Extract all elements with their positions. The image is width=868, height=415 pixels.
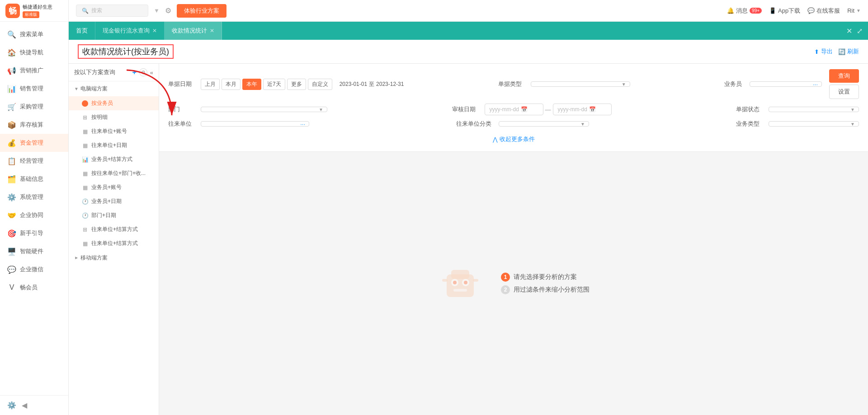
dept-label: 部门 bbox=[168, 105, 193, 113]
refresh-btn[interactable]: 🔄 刷新 bbox=[838, 47, 859, 56]
salesman-input[interactable]: ··· bbox=[750, 81, 822, 87]
collapse-more-btn[interactable]: ⋀ 收起更多条件 bbox=[168, 132, 859, 146]
enterprise-icon: 🤝 bbox=[7, 211, 16, 220]
tab-home[interactable]: 首页 bbox=[69, 22, 95, 40]
window-close-btn[interactable]: ✕ bbox=[846, 27, 852, 35]
inventory-icon: 📦 bbox=[7, 120, 16, 129]
date-btn-more[interactable]: 更多 bbox=[287, 79, 306, 90]
scheme-item-label: 按明细 bbox=[91, 113, 108, 121]
online-support[interactable]: 💬 在线客服 bbox=[807, 7, 840, 15]
counterpart-label: 往来单位 bbox=[168, 120, 193, 128]
export-btn[interactable]: ⬆ 导出 bbox=[814, 47, 833, 56]
scheme-item-salesman-settle[interactable]: 📊 业务员+结算方式 bbox=[69, 152, 159, 166]
search-icon: 🔍 bbox=[82, 8, 89, 14]
topbar-search[interactable]: 🔍 搜索 bbox=[76, 5, 148, 17]
sidebar-item-guide[interactable]: 🎯 新手引导 bbox=[0, 224, 68, 242]
sidebar-item-smart-hw[interactable]: 🖥️ 智能硬件 bbox=[0, 242, 68, 260]
basic-info-icon: 🗂️ bbox=[7, 174, 16, 184]
scheme-item-by-salesman[interactable]: 按业务员 bbox=[69, 96, 159, 110]
footer-settings-icon[interactable]: ⚙️ bbox=[7, 401, 16, 410]
topbar-actions: 🔔 消息 99+ 📱 App下载 💬 在线客服 Rit ▼ bbox=[727, 7, 861, 15]
sidebar-item-basic-info[interactable]: 🗂️ 基础信息 bbox=[0, 170, 68, 188]
date-btn-last-month[interactable]: 上月 bbox=[201, 79, 220, 90]
sidebar-item-finance[interactable]: 💰 资金管理 bbox=[0, 134, 68, 152]
scheme-settings-icon[interactable]: ⚙ bbox=[139, 68, 147, 76]
audit-date-to[interactable]: yyyy-mm-dd 📅 bbox=[553, 104, 612, 115]
content-body: 按以下方案查询 + ⚙ « ▼ 电脑端方案 按业务员 bbox=[69, 64, 868, 415]
audit-date-from[interactable]: yyyy-mm-dd 📅 bbox=[485, 104, 543, 115]
scheme-item-by-detail[interactable]: ⊞ 按明细 bbox=[69, 110, 159, 124]
sidebar-item-marketing[interactable]: 📢 营销推广 bbox=[0, 61, 68, 80]
sidebar-item-operations[interactable]: 📋 经营管理 bbox=[0, 152, 68, 170]
scheme-item-label: 按往来单位+部门+收... bbox=[91, 170, 146, 177]
tab-bank-flow[interactable]: 现金银行流水查询 ✕ bbox=[95, 22, 165, 40]
sidebar-item-label: 资金管理 bbox=[20, 139, 43, 147]
date-btn-last-7days[interactable]: 近7天 bbox=[263, 79, 285, 90]
tab-collection-stats-close[interactable]: ✕ bbox=[210, 28, 214, 34]
doc-type-label: 单据类型 bbox=[498, 80, 524, 88]
scheme-item-dept-date[interactable]: 🕐 部门+日期 bbox=[69, 208, 159, 222]
sidebar-item-inventory[interactable]: 📦 库存核算 bbox=[0, 116, 68, 134]
date-btn-this-year[interactable]: 本年 bbox=[242, 79, 261, 90]
scheme-item-unit-settle1[interactable]: ⊞ 往来单位+结算方式 bbox=[69, 222, 159, 236]
scheme-item-unit-date[interactable]: ▦ 往来单位+日期 bbox=[69, 138, 159, 152]
svg-rect-8 bbox=[473, 279, 478, 282]
sidebar-item-label: 企业微信 bbox=[20, 265, 43, 274]
footer-collapse-icon[interactable]: ◀ bbox=[22, 401, 27, 410]
sidebar-item-label: 快捷导航 bbox=[20, 48, 43, 57]
sidebar-item-system[interactable]: ⚙️ 系统管理 bbox=[0, 188, 68, 206]
tip-text-2: 用过滤条件来缩小分析范围 bbox=[514, 286, 590, 294]
query-button[interactable]: 查询 bbox=[829, 69, 859, 83]
scheme-item-salesman-account[interactable]: ▦ 业务员+账号 bbox=[69, 180, 159, 194]
desktop-scheme-group-header[interactable]: ▼ 电脑端方案 bbox=[69, 81, 159, 96]
sidebar-item-wechat[interactable]: 💬 企业微信 bbox=[0, 260, 68, 278]
notifications[interactable]: 🔔 消息 99+ bbox=[727, 7, 762, 15]
scheme-item-unit-settle2[interactable]: ▦ 往来单位+结算方式 bbox=[69, 236, 159, 250]
tab-bank-flow-close[interactable]: ✕ bbox=[152, 28, 157, 34]
topbar-gear-icon[interactable]: ⚙ bbox=[165, 6, 171, 15]
scheme-item-unit-dept[interactable]: ▦ 按往来单位+部门+收... bbox=[69, 166, 159, 180]
window-maximize-btn[interactable]: ⤢ bbox=[857, 27, 863, 35]
sidebar-item-label: 销售管理 bbox=[20, 85, 43, 93]
date-btn-custom[interactable]: 自定义 bbox=[308, 79, 332, 90]
dept-select[interactable]: ▼ bbox=[201, 107, 327, 112]
calendar-icon: 📅 bbox=[521, 106, 528, 113]
scheme-item-unit-account[interactable]: ▦ 往来单位+账号 bbox=[69, 124, 159, 138]
app-download-label: App下载 bbox=[778, 7, 800, 15]
finance-icon: 💰 bbox=[7, 138, 16, 147]
sidebar-item-label: 企业协同 bbox=[20, 211, 43, 219]
scheme-item-label: 往来单位+结算方式 bbox=[91, 240, 138, 247]
salesman-more-icon[interactable]: ··· bbox=[813, 81, 818, 88]
user-account[interactable]: Rit ▼ bbox=[847, 7, 861, 14]
date-btn-this-month[interactable]: 本月 bbox=[222, 79, 241, 90]
trial-btn[interactable]: 体验行业方案 bbox=[177, 4, 226, 18]
add-scheme-icon[interactable]: + bbox=[132, 68, 136, 76]
doc-status-label: 单据状态 bbox=[736, 105, 761, 113]
tab-collection-stats[interactable]: 收款情况统计 ✕ bbox=[165, 22, 222, 40]
counterpart-cat-select[interactable]: ▼ bbox=[499, 121, 589, 127]
settings-button[interactable]: 设置 bbox=[829, 85, 859, 99]
mobile-scheme-group-header[interactable]: ▼ 移动端方案 bbox=[69, 250, 159, 265]
sidebar-item-purchase[interactable]: 🛒 采购管理 bbox=[0, 98, 68, 116]
empty-tip-1: 1 请先选择要分析的方案 bbox=[501, 273, 590, 282]
calendar-icon-2: 📅 bbox=[589, 106, 596, 113]
user-chevron-icon: ▼ bbox=[856, 8, 861, 13]
sidebar-item-sales[interactable]: 📊 销售管理 bbox=[0, 80, 68, 98]
left-panel-collapse-icon[interactable]: « bbox=[150, 69, 153, 76]
sidebar-item-search-menu[interactable]: 🔍 搜索菜单 bbox=[0, 25, 68, 43]
counterpart-input[interactable]: ··· bbox=[201, 121, 309, 127]
sidebar-item-enterprise[interactable]: 🤝 企业协同 bbox=[0, 206, 68, 224]
mobile-group-arrow: ▼ bbox=[74, 256, 79, 260]
date-range: 2023-01-01 至 2023-12-31 bbox=[340, 80, 404, 88]
sidebar-item-member[interactable]: V 畅会员 bbox=[0, 278, 68, 297]
doc-type-select[interactable]: ▼ bbox=[531, 81, 630, 87]
sidebar-item-quick-nav[interactable]: 🏠 快捷导航 bbox=[0, 43, 68, 61]
collapse-label: 收起更多条件 bbox=[500, 135, 535, 143]
doc-status-select[interactable]: ▼ bbox=[769, 107, 859, 112]
app-download[interactable]: 📱 App下载 bbox=[769, 7, 800, 15]
biz-type-select[interactable]: ▼ bbox=[769, 121, 859, 127]
scheme-item-salesman-date[interactable]: 🕐 业务员+日期 bbox=[69, 194, 159, 208]
counterpart-more-icon[interactable]: ··· bbox=[300, 121, 305, 127]
app-badge: 标准版 bbox=[23, 11, 39, 18]
scheme-item-label: 部门+日期 bbox=[91, 212, 116, 219]
